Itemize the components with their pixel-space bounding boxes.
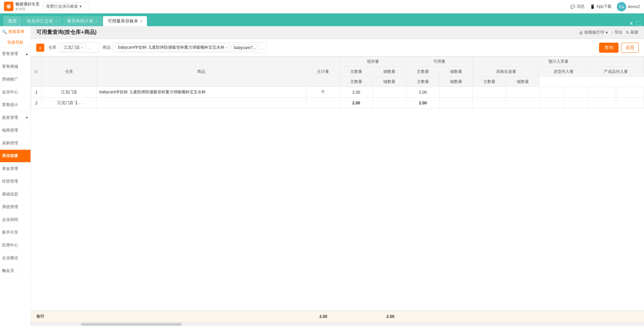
warehouse-filter-input[interactable]: 江北门店 × ...: [58, 42, 99, 53]
product-filter-label: 商品: [103, 45, 111, 50]
sidebar-item-wholesale-mgmt[interactable]: 批发管理 ▼: [0, 111, 31, 124]
sidebar-item-label: 零售统计: [2, 102, 18, 108]
stock-group-header: 现存量: [339, 57, 406, 67]
table-header-row-1: ⚙ 仓库 商品 主计量 现存量 可用量 预计入库量: [31, 57, 644, 67]
print-icon: 🖨: [579, 30, 583, 35]
message-button[interactable]: 💬 消息: [570, 4, 585, 9]
sidebar-item-retail-stats[interactable]: 零售统计: [0, 99, 31, 111]
row-unit: [306, 98, 339, 108]
refresh-button[interactable]: ↻ 刷新: [626, 30, 639, 35]
row-index: 1: [31, 87, 42, 98]
product-tag-2: babycare?...: [231, 44, 258, 51]
sidebar-item-label: 电商管理: [2, 128, 18, 133]
sidebar-item-ecommerce[interactable]: 电商管理: [0, 124, 31, 137]
sidebar-item-basic-info[interactable]: 基础信息: [0, 188, 31, 201]
warehouse-more-indicator[interactable]: ...: [87, 45, 91, 50]
sidebar-item-system[interactable]: 系统管理: [0, 201, 31, 214]
sidebar-item-label: 经营管理: [2, 179, 18, 184]
industry-selector[interactable]: 母婴行业演示账套 ▾: [43, 2, 90, 11]
logo-subtitle: 标准版: [15, 7, 40, 11]
row-warehouse: 江北门店: [42, 87, 97, 98]
incoming-goods-header: 进货待入量: [539, 67, 588, 77]
sidebar-item-enterprise[interactable]: 企业协同: [0, 214, 31, 226]
tab-receipt-label: 收发存汇总表: [27, 18, 53, 24]
sidebar-item-label: 采购管理: [2, 140, 18, 146]
row-avail-main: 2.00: [406, 87, 439, 98]
top-bar: 畅 畅捷通好生意 标准版 母婴行业演示账套 ▾ 💬 消息 📱 App下载 Ea …: [0, 0, 644, 13]
row-purchase-aux: [506, 98, 539, 108]
filter-toggle-button[interactable]: »: [36, 44, 44, 52]
sidebar-item-finance[interactable]: 资金管理: [0, 162, 31, 175]
product-filter-group: 商品 babycare学饮杯 儿童防摔防撞吸管杯重力球吸嘴杯宝宝水杯 × bab…: [103, 42, 267, 53]
row-incoming-main: [539, 98, 564, 108]
tab-receipt[interactable]: 收发存汇总表 ×: [22, 16, 62, 26]
footer-stock-main: 2.00: [310, 314, 337, 319]
sidebar-item-purchase[interactable]: 采购管理: [0, 137, 31, 150]
sidebar-item-enterprise-wechat[interactable]: 企业微信: [0, 252, 31, 265]
purchase-in-transit-header: 采购在途量: [473, 67, 540, 77]
table-area: ⚙ 仓库 商品 主计量 现存量 可用量 预计入库量 主数量 辅数量 主数量 辅数…: [31, 56, 644, 310]
row-stock-main: 2.00: [339, 98, 373, 108]
row-stock-aux: [373, 98, 406, 108]
sidebar-item-app-center[interactable]: 应用中心: [0, 239, 31, 252]
sidebar-item-member-center[interactable]: 会员中心: [0, 86, 31, 99]
sidebar-item-marketing[interactable]: 营销推广: [0, 73, 31, 86]
inventory-table: ⚙ 仓库 商品 主计量 现存量 可用量 预计入库量 主数量 辅数量 主数量 辅数…: [31, 56, 644, 108]
tab-home[interactable]: 首页: [3, 16, 21, 26]
horizontal-scrollbar[interactable]: [31, 322, 644, 326]
export-button[interactable]: ↑ 导出: [611, 30, 623, 35]
arrow-up-icon: ▲: [25, 52, 29, 56]
scrollbar-thumb[interactable]: [81, 323, 182, 326]
user-profile[interactable]: Ea demo2: [617, 2, 640, 11]
main-layout: 🔍 搜索菜单 快捷导航 零售管理 ▲ 零售商城 营销推广 会员中心 零售统计 批…: [0, 26, 644, 326]
product-tag-1: babycare学饮杯 儿童防摔防撞吸管杯重力球吸嘴杯宝宝水杯 ×: [116, 44, 230, 51]
tab-home-label: 首页: [8, 18, 17, 24]
row-finished-main: [588, 87, 616, 98]
row-finished-aux: [616, 98, 644, 108]
sidebar-item-inventory-check[interactable]: 库存核算: [0, 150, 31, 162]
arrow-down-icon: ▼: [25, 116, 29, 120]
avail-main-header: 主数量: [406, 67, 439, 77]
row-purchase-main: [473, 98, 506, 108]
sidebar-item-vip-member[interactable]: 畅会员: [0, 265, 31, 277]
sidebar-item-retail-mgmt[interactable]: 零售管理 ▲: [0, 48, 31, 60]
warehouse-filter-group: 仓库 江北门店 × ...: [48, 42, 99, 53]
sidebar-item-new-guide[interactable]: 新手引导: [0, 226, 31, 239]
sidebar-item-ops[interactable]: 经营管理: [0, 175, 31, 188]
tab-order-close[interactable]: ×: [95, 19, 97, 23]
product-more-indicator[interactable]: ...: [260, 45, 264, 50]
app-download-button[interactable]: 📱 App下载: [590, 4, 611, 9]
sidebar-item-retail-mall[interactable]: 零售商城: [0, 60, 31, 73]
template-print-button[interactable]: 🖨 按模板打印 ▾: [579, 30, 608, 35]
close-window-icon[interactable]: ✕: [629, 21, 633, 26]
product-tag-1-remove[interactable]: ×: [226, 46, 228, 50]
avail-aux-header: 辅数量: [439, 67, 473, 77]
tab-inventory[interactable]: 可用量库存账本 ×: [103, 16, 147, 26]
setting-button[interactable]: 设置: [621, 43, 639, 53]
sidebar-item-label: 新手引导: [2, 230, 18, 235]
tab-inventory-close[interactable]: ×: [140, 19, 142, 23]
sidebar-quick-nav[interactable]: 快捷导航: [0, 38, 31, 48]
footer-avail-main: 2.00: [377, 314, 404, 319]
sidebar-item-label: 系统管理: [2, 204, 18, 210]
industry-selector-text: 母婴行业演示账套: [46, 4, 78, 9]
maximize-icon[interactable]: ⛶: [636, 21, 641, 26]
sidebar-item-label: 应用中心: [2, 242, 18, 248]
tab-bar-right-controls: ✕ ⛶: [629, 21, 641, 26]
product-filter-input[interactable]: babycare学饮杯 儿童防摔防撞吸管杯重力球吸嘴杯宝宝水杯 × babyca…: [113, 42, 267, 53]
finished-goods-header: 产成品待入量: [588, 67, 644, 77]
logo-icon: 畅: [4, 2, 13, 11]
warehouse-filter-label: 仓库: [48, 45, 56, 50]
tab-inventory-label: 可用量库存账本: [108, 18, 138, 24]
row-index: 2: [31, 98, 42, 108]
purchase-aux-header: 辅数量: [373, 77, 406, 87]
phone-icon: 📱: [590, 4, 595, 9]
warehouse-tag-remove[interactable]: ×: [81, 46, 83, 50]
settings-gear-icon[interactable]: ⚙: [34, 69, 39, 75]
sidebar-search-button[interactable]: 🔍 搜索菜单: [0, 26, 31, 38]
stock-aux-header: 辅数量: [373, 67, 406, 77]
query-button[interactable]: 查询: [599, 43, 619, 53]
chevron-down-small-icon: ▾: [606, 30, 608, 35]
tab-receipt-close[interactable]: ×: [55, 19, 57, 23]
tab-order[interactable]: 要货单统计表 ×: [62, 16, 102, 26]
